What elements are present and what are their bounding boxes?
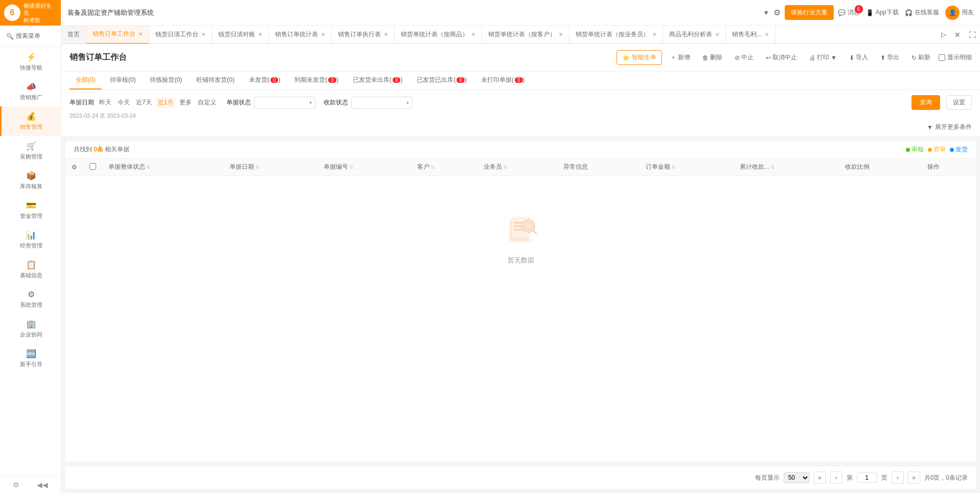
sidebar-item-system[interactable]: ⚙系统管理 (0, 284, 61, 314)
topbar-dropdown-button[interactable]: ▼ (763, 9, 769, 16)
industry-solution-button[interactable]: 体验行业方案 (785, 5, 834, 20)
customer-sort[interactable]: 客户 ⇅ (417, 163, 471, 171)
date-option-button[interactable]: 近7天 (134, 97, 154, 108)
tab-close-icon[interactable]: ✕ (765, 32, 769, 37)
date-sort[interactable]: 单据日期 ⇅ (230, 163, 311, 171)
tab-close-icon[interactable]: ✕ (321, 32, 325, 37)
import-button[interactable]: ⬇ 导入 (845, 51, 872, 64)
expand-conditions-row: ▼ 展开更多条件 (70, 123, 972, 131)
sub-tab-shipped-out[interactable]: 已发货已出库(0) (411, 72, 473, 89)
amount-sort[interactable]: 订单金额 ⇅ (646, 163, 727, 171)
tab-more-button[interactable]: ▷ (937, 26, 950, 44)
last-page-button[interactable]: » (908, 472, 920, 484)
print-button[interactable]: 🖨 打印 ▼ (805, 51, 841, 64)
purchase-icon: 🛒 (26, 141, 36, 151)
batch-cancel-audit-button[interactable]: 弃审 (928, 145, 946, 154)
tab-close-icon[interactable]: ✕ (652, 32, 656, 37)
delete-button[interactable]: 🗑 删除 (698, 51, 726, 64)
cancel-stop-button[interactable]: ↩ 取消中止 (762, 51, 801, 64)
stop-button[interactable]: ⊘ 中止 (731, 51, 758, 64)
date-option-button[interactable]: 昨天 (97, 97, 113, 108)
tab-sales-exec[interactable]: 销售订单执行表✕ (332, 26, 395, 44)
tab-home[interactable]: 首页 (61, 26, 86, 44)
export-button[interactable]: ⬆ 导出 (876, 51, 903, 64)
page-number-input[interactable] (857, 473, 877, 483)
tab-sales-customer[interactable]: 销货单统计表（按客户）✕ (482, 26, 569, 44)
tab-sales-more[interactable]: 销售毛利...✕ (726, 26, 776, 44)
tab-close-icon[interactable]: ✕ (471, 32, 475, 37)
date-filter: 单据日期 昨天今天近7天近1月更多自定义 (70, 97, 218, 108)
sidebar-item-sales[interactable]: 💰销售管理 (0, 106, 61, 136)
collected-sort[interactable]: 累计收款... ⇅ (740, 163, 833, 171)
sidebar-item-marketing[interactable]: 📣营销推广 (0, 77, 61, 106)
smart-create-button[interactable]: ⭐ 智能生单 (617, 50, 662, 65)
tab-sales-staff[interactable]: 销货单统计表（按业务员）✕ (569, 26, 663, 44)
query-button[interactable]: 查询 (911, 95, 940, 110)
tab-sales-product[interactable]: 销货单统计表（按商品）✕ (395, 26, 482, 44)
sidebar-item-finance[interactable]: 💳资金管理 (0, 195, 61, 225)
status-select[interactable] (254, 97, 315, 109)
date-option-button[interactable]: 更多 (177, 97, 194, 108)
topbar-settings-button[interactable]: ⚙ (773, 8, 781, 17)
sidebar-item-enterprise[interactable]: 🏢企业协同 (0, 314, 61, 344)
select-all-checkbox[interactable] (89, 163, 96, 170)
payment-select[interactable] (351, 97, 413, 109)
page-size-select[interactable]: 102050100 (784, 472, 810, 483)
show-detail-checkbox[interactable] (939, 54, 945, 61)
tab-close-icon[interactable]: ✕ (201, 32, 206, 37)
sidebar-item-base-info[interactable]: 📋基础信息 (0, 255, 61, 284)
sub-tab-shipped-not-out[interactable]: 已发货未出库(0) (347, 72, 409, 89)
staff-sort[interactable]: 业务员 ⇅ (484, 163, 552, 171)
tab-maximize-button[interactable]: ⛶ (965, 26, 980, 44)
prev-page-button[interactable]: ‹ (830, 472, 842, 484)
tab-close-all-button[interactable]: ✕ (950, 26, 965, 44)
table-scroll-container[interactable]: ⚙ 单据整体状态 ⇅ (65, 159, 976, 462)
refresh-button[interactable]: ↻ 刷新 (907, 51, 935, 64)
sub-tab-overdue-ship[interactable]: 到期未发货(0) (288, 72, 345, 89)
user-menu-button[interactable]: 👤 用友 (945, 6, 974, 20)
search-menu-button[interactable]: 🔍 搜索菜单 (4, 30, 57, 42)
number-sort[interactable]: 单据编号 ⇅ (324, 163, 405, 171)
page-of-label: 页 (881, 474, 887, 482)
message-button[interactable]: 💬 消息 6 (838, 8, 860, 17)
status-sort-icon: ⇅ (146, 164, 150, 170)
sub-tab-not-shipped[interactable]: 未发货(0) (243, 72, 287, 89)
horizontal-scrollbar[interactable] (65, 462, 976, 466)
tab-cash-daily[interactable]: 钱货日清工作台✕ (149, 26, 212, 44)
set-button[interactable]: 设置 (946, 95, 972, 110)
expand-conditions-button[interactable]: ▼ 展开更多条件 (927, 123, 972, 131)
tab-close-icon[interactable]: ✕ (384, 32, 388, 37)
tab-close-icon[interactable]: ✕ (258, 32, 262, 37)
add-button[interactable]: ＋ 新增 (666, 51, 694, 64)
tab-close-icon[interactable]: ✕ (559, 32, 563, 37)
sidebar-item-quick-nav[interactable]: ⚡快捷导航 (0, 47, 61, 77)
tab-sales-stat[interactable]: 销售订单统计表✕ (269, 26, 332, 44)
sidebar-item-guide[interactable]: 🆕新手引导 (0, 344, 61, 373)
date-option-button[interactable]: 自定义 (196, 97, 218, 108)
status-sort[interactable]: 单据整体状态 ⇅ (108, 163, 217, 171)
tab-margin-table[interactable]: 商品毛利分析表✕ (663, 26, 726, 44)
sub-tab-all[interactable]: 全部(0) (70, 72, 102, 89)
sub-tab-not-printed[interactable]: 未打印单据(0) (475, 72, 531, 89)
sidebar-item-purchase[interactable]: 🛒采购管理 (0, 136, 61, 166)
first-page-button[interactable]: « (814, 472, 826, 484)
tab-close-icon[interactable]: ✕ (715, 32, 719, 37)
online-service-button[interactable]: 🎧 在线客服 (905, 8, 939, 17)
sub-tab-pending-inspection[interactable]: 待拣验货(0) (144, 72, 188, 89)
sub-tab-wangpu-ship[interactable]: 旺铺待发货(0) (190, 72, 241, 89)
sidebar-item-operations[interactable]: 📊经营管理 (0, 225, 61, 255)
tab-close-icon[interactable]: ✕ (139, 31, 143, 37)
batch-ship-button[interactable]: 发货 (950, 145, 968, 154)
gear-icon[interactable]: ⚙ (72, 164, 77, 171)
sidebar-item-inventory[interactable]: 📦库存核算 (0, 166, 61, 195)
sub-tab-pending-review[interactable]: 待审核(0) (104, 72, 142, 89)
tab-cash-reconcile[interactable]: 钱货日清对账✕ (212, 26, 269, 44)
collapse-sidebar-button[interactable]: ◀◀ (37, 481, 48, 489)
batch-audit-button[interactable]: 审核 (906, 145, 924, 154)
next-page-button[interactable]: › (892, 472, 904, 484)
app-download-button[interactable]: 📱 App下载 (866, 8, 899, 17)
settings-footer-button[interactable]: ⚙ (13, 481, 19, 489)
date-option-button[interactable]: 今天 (116, 97, 132, 108)
tab-sales-order[interactable]: 销售订单工作台✕ (86, 26, 149, 44)
date-option-button[interactable]: 近1月 (156, 97, 176, 108)
